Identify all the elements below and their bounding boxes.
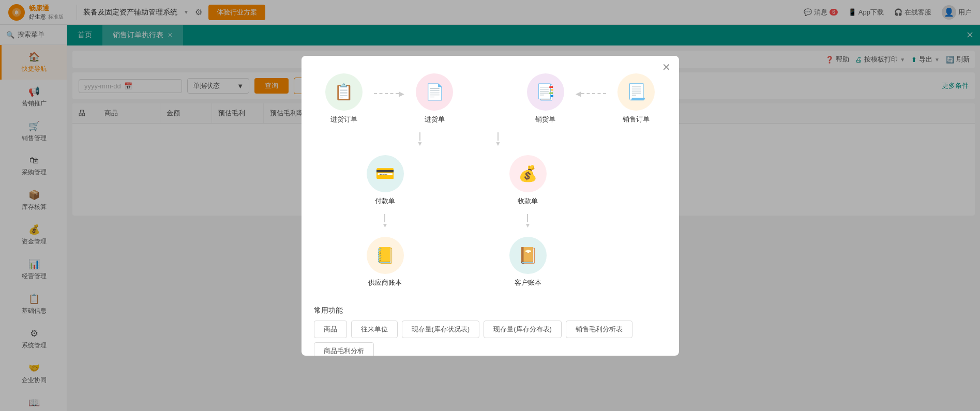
arrow-down-purchase: ▼: [417, 132, 423, 147]
flow-item-sales-bill[interactable]: 📑 销货单: [515, 73, 576, 124]
purchase-bill-circle: 📄: [416, 73, 453, 111]
arrow-purchase-order-to-bill: ▶: [374, 89, 404, 98]
receipt-circle: 💰: [509, 155, 547, 192]
flow-diagram: 📋 进货订单 ▶: [314, 68, 667, 298]
modal-box: ✕ 📋 进货订单: [301, 56, 679, 356]
vline2: [497, 132, 499, 141]
func-btn-2[interactable]: 现存量(库存状况表): [402, 321, 480, 338]
flow-row-arrows2: ▼ ▼: [314, 214, 667, 229]
supplier-ledger-circle: 📒: [367, 237, 404, 274]
flow-row-arrows: ▼ ▼: [314, 132, 667, 147]
modal-overlay[interactable]: ✕ 📋 进货订单: [67, 45, 980, 411]
arrowhead: ▶: [399, 89, 404, 98]
purchase-order-label: 进货订单: [330, 115, 357, 124]
line: [374, 93, 398, 94]
flow-item-customer-ledger[interactable]: 📔 客户账本: [497, 237, 559, 287]
vline4: [527, 214, 528, 222]
flow-item-receipt[interactable]: 💰 收款单: [497, 155, 559, 206]
flow-item-purchase-bill[interactable]: 📄 进货单: [404, 73, 465, 124]
arrowhead2: ◀: [576, 89, 581, 98]
purchase-bill-label: 进货单: [425, 115, 445, 124]
app-container: 康 畅康通 好生意标准版 装备及固定资产辅助管理系统 ▼ ⚙ 体验行业方案 💬 …: [0, 0, 980, 411]
common-funcs: 常用功能 商品 往来单位 现存量(库存状况表) 现存量(库存分布表) 销售毛利分…: [314, 306, 667, 356]
varrow1: ▼: [417, 141, 423, 147]
content-area: 首页 销售订单执行表 ✕ ✕ ❓ 帮助 🖨: [67, 25, 980, 411]
arrow-down-sales: ▼: [495, 132, 501, 147]
payment-label: 付款单: [375, 196, 395, 206]
receipt-label: 收款单: [518, 196, 538, 206]
arrow-down-payment: ▼: [382, 214, 388, 229]
func-btns-row1: 商品 往来单位 现存量(库存状况表) 现存量(库存分布表) 销售毛利分析表 商品…: [314, 321, 667, 356]
flow-item-sales-order[interactable]: 📃 销售订单: [606, 73, 667, 124]
sales-order-circle: 📃: [617, 73, 655, 111]
sales-bill-circle: 📑: [527, 73, 564, 111]
func-btn-1[interactable]: 往来单位: [351, 321, 398, 338]
sales-order-label: 销售订单: [623, 115, 650, 124]
func-btn-0[interactable]: 商品: [314, 321, 347, 338]
arrow-sales-order-to-bill: ◀: [576, 89, 606, 98]
flow-item-payment[interactable]: 💳 付款单: [354, 155, 416, 206]
arrow-down-receipt: ▼: [525, 214, 531, 229]
varrow3: ▼: [382, 222, 388, 229]
flow-row-1: 📋 进货订单 ▶: [314, 73, 667, 124]
func-btn-4[interactable]: 销售毛利分析表: [566, 321, 632, 338]
customer-ledger-circle: 📔: [509, 237, 547, 274]
flow-item-purchase-order[interactable]: 📋 进货订单: [314, 73, 374, 124]
vline3: [384, 214, 385, 222]
varrow4: ▼: [525, 222, 531, 229]
common-funcs-title: 常用功能: [314, 306, 667, 315]
func-btn-3[interactable]: 现存量(库存分布表): [484, 321, 562, 338]
page-content: ❓ 帮助 🖨 按模板打印 ▼ ⬆ 导出 ▼ 🔄: [67, 45, 980, 411]
supplier-ledger-label: 供应商账本: [368, 278, 402, 287]
line2: [581, 93, 606, 94]
customer-ledger-label: 客户账本: [515, 278, 541, 287]
payment-circle: 💳: [367, 155, 404, 192]
varrow2: ▼: [495, 141, 501, 147]
modal-close-btn[interactable]: ✕: [662, 62, 671, 72]
flow-row-3: 📒 供应商账本 📔 客户账本: [314, 237, 667, 287]
main-area: 🔍 搜索菜单 🏠 快捷导航 📢 营销推广 🛒 销售管理 🛍 采购管理 📦: [0, 25, 980, 411]
flow-row-2: 💳 付款单 💰 收款单: [314, 155, 667, 206]
func-btn-5[interactable]: 商品毛利分析: [314, 342, 374, 356]
sales-bill-label: 销货单: [535, 115, 555, 124]
purchase-order-circle: 📋: [325, 73, 363, 111]
flow-item-supplier-ledger[interactable]: 📒 供应商账本: [354, 237, 416, 287]
vline1: [419, 132, 420, 141]
